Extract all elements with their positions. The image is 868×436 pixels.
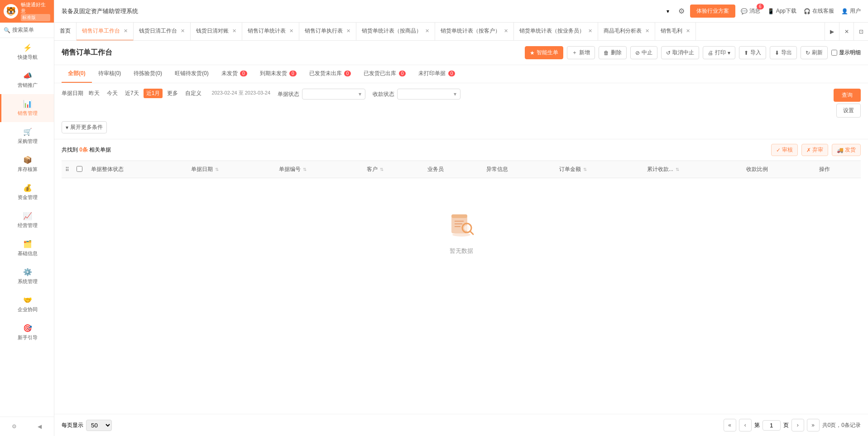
- experience-industry-button[interactable]: 体验行业方案: [690, 5, 735, 18]
- app-download-btn[interactable]: 📱 App下载: [767, 7, 796, 15]
- sidebar-search[interactable]: 🔍 搜索菜单: [0, 23, 54, 38]
- cancel-audit-btn[interactable]: ✗ 弃审: [801, 144, 828, 156]
- import-button[interactable]: ⬆ 导入: [739, 46, 766, 59]
- tab-close-icon[interactable]: ✕: [425, 28, 429, 34]
- tab-home[interactable]: 首页: [54, 23, 77, 41]
- tab-sales-product-stats[interactable]: 销货单统计表（按商品） ✕: [356, 23, 435, 41]
- sidebar-item-operations[interactable]: 📈 经营管理: [0, 206, 54, 234]
- th-order-amount[interactable]: 订单金额 ⇅: [556, 161, 643, 178]
- sidebar-item-system[interactable]: ⚙️ 系统管理: [0, 262, 54, 290]
- th-total-received[interactable]: 累计收款... ⇅: [643, 161, 743, 178]
- tab-sales-profit[interactable]: 销售毛利 ✕: [655, 23, 696, 41]
- sub-tab-not-shipped[interactable]: 未发货 0: [215, 65, 254, 83]
- show-detail-checkbox[interactable]: [831, 50, 837, 56]
- online-service-btn[interactable]: 🎧 在线客服: [804, 7, 834, 15]
- tab-sales-exec[interactable]: 销售订单执行表 ✕: [299, 23, 356, 41]
- tab-close-icon[interactable]: ✕: [181, 28, 185, 34]
- query-button[interactable]: 查询: [834, 89, 861, 102]
- delete-button[interactable]: 🗑 删除: [599, 46, 627, 59]
- audit-btn[interactable]: ✓ 审核: [771, 144, 798, 156]
- th-customer[interactable]: 客户 ⇅: [363, 161, 424, 178]
- tab-close-all-btn[interactable]: ✕: [839, 23, 854, 41]
- add-button[interactable]: ＋ 新增: [567, 46, 595, 59]
- tab-scroll-right-btn[interactable]: ▶: [825, 23, 839, 41]
- next-page-btn[interactable]: ›: [791, 419, 804, 431]
- sub-tab-not-printed[interactable]: 未打印单据 0: [412, 65, 461, 83]
- tab-sales-staff-stats[interactable]: 销货单统计表（按业务员） ✕: [514, 23, 598, 41]
- prev-page-btn[interactable]: ‹: [739, 419, 752, 431]
- th-doc-no[interactable]: 单据编号 ⇅: [275, 161, 363, 178]
- sub-tab-all[interactable]: 全部(0): [62, 65, 92, 83]
- sidebar-item-quick-nav[interactable]: ⚡ 快捷导航: [0, 38, 54, 66]
- ship-btn[interactable]: 🚚 发货: [832, 144, 861, 156]
- tab-close-icon[interactable]: ✕: [504, 28, 508, 34]
- system-dropdown[interactable]: ▾: [663, 6, 673, 16]
- cancel-stop-button[interactable]: ↺ 取消中止: [661, 46, 699, 59]
- date-yesterday-btn[interactable]: 昨天: [86, 89, 102, 98]
- date-1month-btn[interactable]: 近1月: [144, 89, 163, 98]
- tab-close-icon[interactable]: ✕: [645, 28, 649, 34]
- export-label: 导出: [781, 49, 792, 57]
- first-page-btn[interactable]: «: [724, 419, 736, 431]
- sub-tab-pending-review[interactable]: 待审核(0): [92, 65, 128, 83]
- status-select[interactable]: ▾: [302, 89, 365, 100]
- topbar-gear-icon[interactable]: ⚙: [678, 7, 685, 15]
- sidebar-item-enterprise[interactable]: 🤝 企业协同: [0, 290, 54, 318]
- settings-bottom-btn[interactable]: ⚙: [4, 421, 25, 432]
- tab-close-icon[interactable]: ✕: [124, 28, 128, 34]
- tab-sales-stats[interactable]: 销售订单统计表 ✕: [242, 23, 299, 41]
- th-doc-date[interactable]: 单据日期 ⇅: [187, 161, 275, 178]
- tab-cashier-daily[interactable]: 钱货日清工作台 ✕: [134, 23, 191, 41]
- th-doc-no-label: 单据编号: [279, 166, 301, 172]
- sidebar-item-label: 企业协同: [18, 306, 38, 313]
- tab-close-icon[interactable]: ✕: [232, 28, 236, 34]
- tab-sales-customer-stats[interactable]: 销货单统计表（按客户） ✕: [435, 23, 514, 41]
- set-button[interactable]: 设置: [836, 104, 861, 118]
- tab-expand-btn[interactable]: ⊡: [854, 23, 868, 41]
- logo-area: 🐯 畅捷通好生意 标准版: [0, 0, 54, 23]
- sidebar-item-finance[interactable]: 💰 资金管理: [0, 178, 54, 206]
- user-menu-btn[interactable]: 👤 用户: [841, 7, 861, 15]
- stop-button[interactable]: ⊘ 中止: [630, 46, 657, 59]
- collapse-sidebar-btn[interactable]: ◀: [29, 421, 51, 432]
- show-detail-label[interactable]: 显示明细: [831, 49, 861, 57]
- sidebar-item-marketing[interactable]: 📣 营销推广: [0, 66, 54, 94]
- message-btn[interactable]: 💬 消息 6: [741, 7, 760, 15]
- select-all-checkbox[interactable]: [77, 166, 82, 172]
- sidebar-item-base[interactable]: 🗂️ 基础信息: [0, 234, 54, 262]
- refresh-button[interactable]: ↻ 刷新: [801, 46, 828, 59]
- expand-filter-btn[interactable]: ▾ 展开更多条件: [62, 121, 107, 133]
- svg-point-0: [452, 233, 470, 237]
- tab-close-icon[interactable]: ✕: [289, 28, 293, 34]
- sub-tab-shipped-out[interactable]: 已发货已出库 0: [357, 65, 412, 83]
- date-today-btn[interactable]: 今天: [104, 89, 120, 98]
- tab-close-icon[interactable]: ✕: [346, 28, 350, 34]
- sub-tab-wangpu[interactable]: 旺铺待发货(0): [168, 65, 215, 83]
- sub-tab-expired-not-shipped[interactable]: 到期未发货 0: [254, 65, 303, 83]
- sidebar-item-inventory[interactable]: 📦 库存核算: [0, 150, 54, 178]
- export-button[interactable]: ⬇ 导出: [770, 46, 797, 59]
- last-page-btn[interactable]: »: [807, 419, 820, 431]
- date-custom-btn[interactable]: 自定义: [182, 89, 204, 98]
- page-number-input[interactable]: [762, 420, 781, 431]
- sub-tab-shipped-not-out[interactable]: 已发货未出库 0: [303, 65, 358, 83]
- smart-create-button[interactable]: ★ 智能生单: [525, 46, 563, 59]
- tab-close-icon[interactable]: ✕: [588, 28, 592, 34]
- tab-product-margin[interactable]: 商品毛利分析表 ✕: [598, 23, 655, 41]
- date-more-btn[interactable]: 更多: [164, 89, 181, 98]
- payment-select[interactable]: ▾: [397, 89, 460, 100]
- sub-tab-pending-inspect[interactable]: 待拣验货(0): [127, 65, 168, 83]
- sidebar-item-purchase[interactable]: 🛒 采购管理: [0, 122, 54, 150]
- tab-cash-reconcile[interactable]: 钱货日清对账 ✕: [191, 23, 242, 41]
- app-download-label: App下载: [776, 7, 796, 15]
- tab-sales-workbench[interactable]: 销售订单工作台 ✕: [77, 23, 134, 41]
- tab-label: 销货单统计表（按业务员）: [519, 27, 585, 35]
- print-button[interactable]: 🖨 打印 ▾: [703, 46, 735, 59]
- tab-close-icon[interactable]: ✕: [686, 28, 690, 34]
- date-7days-btn[interactable]: 近7天: [122, 89, 142, 98]
- sidebar-item-guide[interactable]: 🎯 新手引导: [0, 318, 54, 346]
- svg-point-7: [464, 225, 470, 231]
- sidebar-item-sales[interactable]: 📊 销售管理: [0, 94, 54, 122]
- chevron-down-icon: ▾: [66, 124, 68, 131]
- page-size-select[interactable]: 50 100 200: [86, 420, 112, 431]
